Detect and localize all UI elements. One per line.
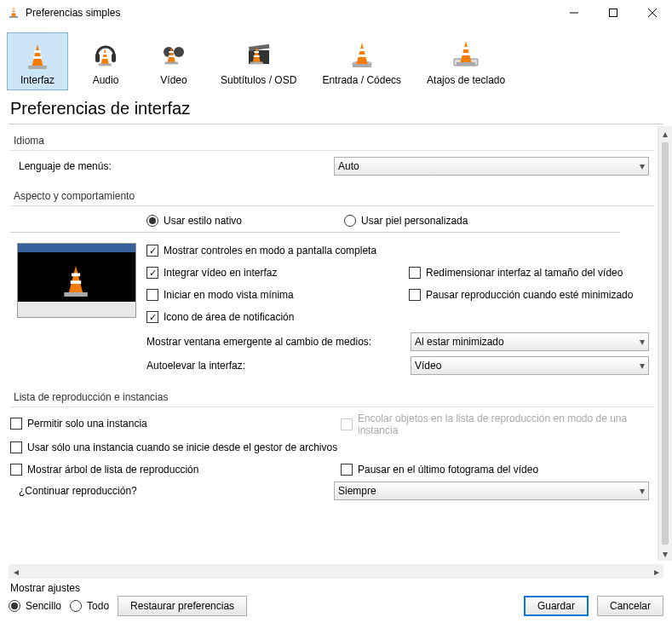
tab-audio[interactable]: Audio [75, 32, 136, 90]
checkbox-label: Pausar reproducción cuando esté minimiza… [426, 289, 633, 301]
continue-select[interactable]: Siempre ▾ [334, 482, 649, 500]
tab-label: Entrada / Códecs [322, 74, 401, 86]
maximize-button[interactable] [594, 0, 633, 26]
select-value: Siempre [338, 485, 376, 497]
footer: Mostrar ajustes Sencillo Todo Restaurar … [0, 579, 672, 623]
checkbox-pause-last-frame[interactable]: Pausar en el último fotograma del vídeo [341, 459, 654, 481]
radio-all[interactable]: Todo [70, 600, 109, 612]
select-value: Al estar minimizado [415, 336, 504, 348]
tab-label: Audio [93, 74, 119, 86]
clapper-cone-icon [242, 38, 276, 72]
select-value: Vídeo [415, 360, 441, 372]
checkbox-minimal-view[interactable]: Iniciar en modo vista mínima [146, 284, 392, 306]
checkbox-tray-icon[interactable]: Icono de área de notificación [146, 306, 392, 328]
button-label: Guardar [537, 600, 575, 612]
checkbox-label: Usar sólo una instancia cuando se inicie… [27, 441, 337, 453]
interface-preview [17, 243, 136, 318]
group-aspecto: Aspecto y comportamiento [10, 185, 654, 204]
tab-label: Vídeo [160, 74, 187, 86]
checkbox-playlist-tree[interactable]: Mostrar árbol de lista de reproducción [10, 459, 324, 481]
checkbox-resize-interface[interactable]: Redimensionar interfaz al tamaño del víd… [409, 262, 654, 284]
headphones-cone-icon [89, 38, 123, 72]
cone-icon [20, 38, 55, 72]
radio-label: Usar estilo nativo [164, 215, 242, 227]
film-cone-icon [157, 38, 191, 72]
radio-simple[interactable]: Sencillo [9, 600, 61, 612]
tab-subtitulos[interactable]: Subtítulos / OSD [211, 32, 306, 90]
tab-interfaz[interactable]: Interfaz [7, 32, 68, 90]
svg-rect-11 [112, 54, 116, 62]
chevron-down-icon: ▾ [640, 360, 645, 372]
checkbox-pause-minimized[interactable]: Pausar reproducción cuando esté minimiza… [409, 284, 654, 306]
page-title: Preferencias de interfaz [0, 94, 672, 124]
scroll-up-icon[interactable]: ▴ [658, 126, 673, 141]
radio-label: Sencillo [26, 600, 61, 612]
divider [10, 150, 654, 151]
minimize-button[interactable] [554, 0, 594, 26]
checkbox-label: Encolar objetos en la lista de reproducc… [358, 412, 654, 436]
checkbox-integrate-video[interactable]: Integrar vídeo en interfaz [146, 262, 392, 284]
svg-rect-7 [610, 9, 617, 17]
popup-label: Mostrar ventana emergente al cambio de m… [146, 336, 411, 348]
language-select[interactable]: Auto ▾ [334, 157, 649, 176]
svg-rect-10 [95, 54, 100, 62]
checkbox-label: Mostrar controles en modo a pantalla com… [164, 245, 376, 257]
scroll-content: Idioma Lenguaje de menús: Auto ▾ Aspecto… [0, 126, 658, 561]
checkbox-fullscreen-controls[interactable]: Mostrar controles en modo a pantalla com… [146, 239, 654, 262]
tab-entrada[interactable]: Entrada / Códecs [313, 32, 411, 90]
keyboard-cone-icon [449, 38, 483, 72]
button-label: Cancelar [610, 600, 651, 612]
divider [10, 407, 654, 407]
close-button[interactable] [633, 0, 672, 26]
checkbox-enqueue: Encolar objetos en la lista de reproducc… [341, 412, 654, 436]
group-idioma: Idioma [10, 130, 654, 148]
checkbox-label: Integrar vídeo en interfaz [164, 267, 277, 279]
chevron-down-icon: ▾ [640, 336, 645, 348]
tab-label: Subtítulos / OSD [221, 74, 296, 86]
horizontal-scrollbar[interactable]: ◂ ▸ [9, 564, 663, 579]
window-title: Preferencias simples [26, 7, 554, 19]
category-toolbar: Interfaz Audio Vídeo Subtítulos / OSD En… [0, 26, 672, 94]
tab-label: Atajos de teclado [427, 74, 505, 86]
tab-atajos[interactable]: Atajos de teclado [417, 32, 514, 90]
divider [9, 124, 663, 124]
raise-select[interactable]: Vídeo ▾ [411, 356, 649, 375]
disc-cone-icon [345, 38, 379, 72]
group-playlist: Lista de reproducción e instancias [10, 386, 654, 405]
show-settings-label: Mostrar ajustes [10, 582, 663, 594]
popup-select[interactable]: Al estar minimizado ▾ [411, 332, 649, 351]
svg-point-13 [174, 47, 184, 57]
scroll-right-icon[interactable]: ▸ [649, 564, 663, 579]
save-button[interactable]: Guardar [524, 596, 589, 616]
scroll-left-icon[interactable]: ◂ [9, 564, 23, 579]
radio-label: Usar piel personalizada [361, 215, 468, 227]
checkbox-label: Permitir solo una instancia [27, 418, 147, 430]
divider [10, 205, 654, 206]
reset-button[interactable]: Restaurar preferencias [118, 596, 247, 616]
checkbox-label: Redimensionar interfaz al tamaño del víd… [426, 267, 623, 279]
chevron-down-icon: ▾ [640, 160, 645, 172]
tab-video[interactable]: Vídeo [143, 32, 204, 90]
scroll-thumb[interactable] [662, 142, 669, 545]
checkbox-label: Icono de área de notificación [164, 311, 294, 323]
vertical-scrollbar[interactable]: ▴ ▾ [658, 126, 672, 561]
radio-native-style[interactable]: Usar estilo nativo [146, 215, 242, 227]
checkbox-single-instance[interactable]: Permitir solo una instancia [10, 412, 324, 435]
continue-label: ¿Continuar reproducción? [10, 485, 334, 497]
cancel-button[interactable]: Cancelar [597, 596, 663, 616]
tab-label: Interfaz [20, 74, 55, 86]
app-icon [7, 5, 20, 21]
checkbox-label: Iniciar en modo vista mínima [164, 289, 294, 301]
chevron-down-icon: ▾ [640, 485, 645, 497]
checkbox-label: Mostrar árbol de lista de reproducción [27, 464, 198, 476]
language-label: Lenguaje de menús: [10, 160, 334, 172]
svg-rect-15 [249, 44, 269, 51]
scroll-down-icon[interactable]: ▾ [658, 546, 673, 561]
button-label: Restaurar preferencias [130, 600, 234, 612]
titlebar: Preferencias simples [0, 0, 672, 26]
radio-custom-skin[interactable]: Usar piel personalizada [344, 215, 468, 227]
checkbox-single-from-filemanager[interactable]: Usar sólo una instancia cuando se inicie… [10, 436, 654, 459]
select-value: Auto [338, 160, 359, 172]
raise-label: Autoelevar la interfaz: [146, 360, 411, 372]
checkbox-label: Pausar en el último fotograma del vídeo [358, 464, 538, 476]
